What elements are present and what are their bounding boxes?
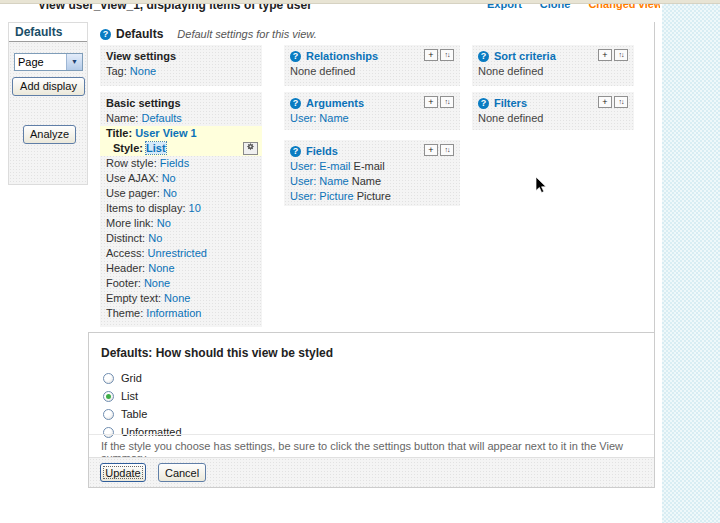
sort-criteria-box: ? Sort criteria + ↑↓ None defined <box>472 45 634 86</box>
help-icon[interactable]: ? <box>290 51 301 62</box>
argument-row: User: Name <box>284 111 460 126</box>
update-button[interactable]: Update <box>100 463 146 482</box>
view-action-link[interactable]: Changed view <box>588 4 660 10</box>
setting-label: Theme: <box>106 307 143 319</box>
setting-value-link[interactable]: No <box>162 172 176 184</box>
basic-settings-title: Basic settings <box>106 95 256 111</box>
fields-box: ? Fields + ↑↓ User: E-mail E-mail User: … <box>284 140 460 206</box>
setting-row: Use AJAX: No <box>100 171 262 186</box>
style-option[interactable]: List <box>103 387 182 405</box>
setting-label: Empty text: <box>106 292 161 304</box>
field-suffix: Picture <box>357 190 391 202</box>
view-title-bar: View user_view_1, displaying items of ty… <box>0 4 660 15</box>
view-action-links: ExportCloneChanged view <box>487 4 660 10</box>
setting-value-link[interactable]: No <box>163 187 177 199</box>
radio-selected-dot <box>106 394 111 399</box>
help-icon[interactable]: ? <box>290 146 301 157</box>
display-type-select[interactable]: Page ▼ <box>14 53 83 71</box>
setting-label: Style: <box>113 142 143 154</box>
setting-row: Title: User View 1 <box>100 126 262 141</box>
setting-value-link[interactable]: Defaults <box>141 112 181 124</box>
field-row: User: E-mail E-mail <box>284 159 460 174</box>
field-link[interactable]: User: E-mail <box>290 160 351 172</box>
mouse-cursor <box>535 176 547 194</box>
setting-label: Header: <box>106 262 145 274</box>
setting-label: Title: <box>106 127 132 139</box>
help-icon[interactable]: ? <box>100 29 111 40</box>
radio-label: Table <box>121 408 147 420</box>
radio-label: Grid <box>121 372 142 384</box>
sort-criteria-title-link[interactable]: Sort criteria <box>494 48 556 64</box>
field-row: User: Picture Picture <box>284 189 460 204</box>
setting-value-link[interactable]: Information <box>146 307 201 319</box>
setting-label: Items to display: <box>106 202 185 214</box>
add-relationship-button[interactable]: + <box>424 49 438 61</box>
setting-value-link[interactable]: Fields <box>160 157 189 169</box>
add-filter-button[interactable]: + <box>598 96 612 108</box>
add-display-button[interactable]: Add display <box>12 77 85 96</box>
arguments-title-link[interactable]: Arguments <box>306 95 364 111</box>
add-sort-button[interactable]: + <box>598 49 612 61</box>
style-option[interactable]: Table <box>103 405 182 423</box>
help-icon[interactable]: ? <box>290 98 301 109</box>
setting-value-link[interactable]: None <box>164 292 190 304</box>
radio-button[interactable] <box>103 391 114 402</box>
setting-value-link[interactable]: None <box>130 65 156 77</box>
setting-value-link[interactable]: No <box>157 217 171 229</box>
rearrange-sorts-button[interactable]: ↑↓ <box>614 49 628 61</box>
setting-value-link[interactable]: No <box>148 232 162 244</box>
style-settings-form: Defaults: How should this view be styled… <box>88 332 655 488</box>
add-field-button[interactable]: + <box>424 144 438 156</box>
filters-title-link[interactable]: Filters <box>494 95 527 111</box>
style-option[interactable]: Grid <box>103 369 182 387</box>
setting-row: Header: None <box>100 261 262 276</box>
radio-button[interactable] <box>103 373 114 384</box>
help-icon[interactable]: ? <box>478 51 489 62</box>
add-argument-button[interactable]: + <box>424 96 438 108</box>
empty-text: None defined <box>472 64 634 79</box>
rearrange-relationships-button[interactable]: ↑↓ <box>440 49 454 61</box>
setting-value-link[interactable]: 10 <box>189 202 201 214</box>
setting-row: More link: No <box>100 216 262 231</box>
cancel-button[interactable]: Cancel <box>158 463 206 482</box>
rearrange-arguments-button[interactable]: ↑↓ <box>440 96 454 108</box>
fields-title-link[interactable]: Fields <box>306 143 338 159</box>
setting-label: More link: <box>106 217 154 229</box>
rearrange-filters-button[interactable]: ↑↓ <box>614 96 628 108</box>
style-options: Grid List Table Unformatted <box>103 369 182 441</box>
rearrange-fields-button[interactable]: ↑↓ <box>440 144 454 156</box>
page-background-pattern <box>662 4 720 523</box>
views-edit-page: View user_view_1, displaying items of ty… <box>0 0 720 523</box>
field-suffix: E-mail <box>354 160 385 172</box>
setting-label: Use AJAX: <box>106 172 159 184</box>
setting-label: Name: <box>106 112 138 124</box>
setting-row: Row style: Fields <box>100 156 262 171</box>
setting-value-link[interactable]: List <box>146 142 166 154</box>
view-settings-title: View settings <box>106 48 256 64</box>
setting-value-link[interactable]: None <box>148 262 174 274</box>
radio-button[interactable] <box>103 409 114 420</box>
filters-box: ? Filters + ↑↓ None defined <box>472 92 634 130</box>
setting-row: Name: Defaults <box>100 111 262 126</box>
field-link[interactable]: User: Name <box>290 175 349 187</box>
view-action-link[interactable]: Export <box>487 4 522 10</box>
analyze-button[interactable]: Analyze <box>23 125 76 144</box>
style-settings-gear-button[interactable] <box>243 142 258 155</box>
setting-row: Style: List <box>100 141 262 156</box>
select-dropdown-arrow-icon[interactable]: ▼ <box>66 54 82 70</box>
tab-defaults[interactable]: Defaults <box>9 23 87 42</box>
view-action-link[interactable]: Clone <box>540 4 571 10</box>
style-form-title: Defaults: How should this view be styled <box>101 346 333 360</box>
setting-value-link[interactable]: None <box>144 277 170 289</box>
field-link[interactable]: User: Picture <box>290 190 354 202</box>
argument-link[interactable]: User: Name <box>290 112 349 124</box>
help-icon[interactable]: ? <box>478 98 489 109</box>
display-type-select-value: Page <box>18 56 44 68</box>
view-settings-box: View settings Tag: None <box>100 45 262 86</box>
setting-value-link[interactable]: User View 1 <box>135 127 197 139</box>
setting-value-link[interactable]: Unrestricted <box>148 247 207 259</box>
setting-row: Empty text: None <box>100 291 262 306</box>
relationships-title-link[interactable]: Relationships <box>306 48 378 64</box>
sidebar-controls: Page ▼ Add display Analyze <box>9 42 87 184</box>
setting-label: Access: <box>106 247 145 259</box>
